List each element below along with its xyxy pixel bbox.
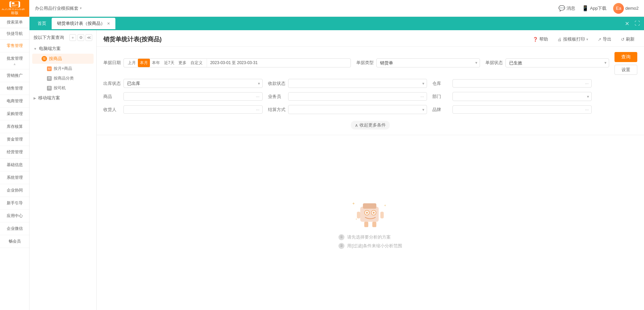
top-header: 办公用品行业模拟账套 ▾ 💬 消息 📱 App下载 Ea demo2	[30, 0, 644, 17]
svg-point-9	[373, 212, 375, 214]
sidebar-item-sales[interactable]: 销售管理	[0, 82, 29, 95]
sidebar-item-enterprise[interactable]: 企业协同	[0, 184, 29, 197]
sub-driver-icon: 图	[47, 86, 52, 91]
warehouse-label: 仓库	[432, 81, 450, 87]
sidebar-item-wechat[interactable]: 企业微信	[0, 222, 29, 235]
tab-close-all-icon[interactable]: ✕	[624, 19, 631, 28]
page-header: 销货单统计表(按商品) ❓ 帮助 🖨 按模板打印 ▾ ↗ 导出	[97, 30, 644, 47]
settings-scheme-icon[interactable]: ⚙	[77, 34, 84, 41]
hint-text-2: 用[过滤]条件来缩小分析范围	[347, 243, 402, 249]
settings-btn[interactable]: 设置	[614, 65, 637, 75]
date-tab-custom[interactable]: 自定义	[189, 59, 205, 67]
brand-ellipsis[interactable]: ···	[585, 107, 589, 112]
user-profile[interactable]: Ea demo2	[613, 3, 639, 14]
export-btn[interactable]: ↗ 导出	[595, 35, 614, 44]
refresh-icon: ↺	[621, 37, 625, 42]
date-tab-more[interactable]: 更多	[176, 59, 189, 67]
sub-month-label: 按月+商品	[54, 66, 72, 71]
tab-sales-stats[interactable]: 销货单统计表（按商品） ✕	[52, 18, 115, 29]
workspace-selector[interactable]: 办公用品行业模拟账套 ▾	[35, 5, 82, 11]
date-tab-this-year[interactable]: 本年	[150, 59, 162, 67]
sidebar-item-ecommerce[interactable]: 电商管理	[0, 95, 29, 108]
filter-row-1: 单据日期 上月 本月 本年 近7天 更多 自定义 2023-03-01 至 20…	[103, 51, 637, 75]
sidebar-item-system[interactable]: 系统管理	[0, 171, 29, 184]
sidebar-item-procurement[interactable]: 采购管理	[0, 108, 29, 120]
sidebar-item-retail[interactable]: 零售管理	[0, 40, 29, 52]
app-download-label: App下载	[590, 5, 606, 11]
filter-department-item: 部门	[432, 92, 592, 101]
sidebar-item-finance[interactable]: 资金管理	[0, 133, 29, 146]
recipient-label: 收货人	[103, 107, 121, 113]
sidebar-item-wholesale[interactable]: 批发管理 ▲	[0, 52, 29, 69]
doc-status-select[interactable]: 已生效	[505, 58, 609, 67]
search-menu[interactable]: 搜索菜单	[0, 17, 29, 28]
department-select[interactable]	[452, 92, 592, 101]
wechat-label: 企业微信	[7, 226, 23, 231]
filter-panel-left: 按以下方案查询 ＋ ⚙ ≪ ▼ 电脑端方案 按 按商品 M 按月	[30, 30, 97, 310]
svg-rect-12	[364, 222, 368, 227]
warehouse-ellipsis[interactable]: ···	[585, 81, 589, 86]
tab-home[interactable]: 首页	[32, 18, 52, 29]
salesperson-ellipsis[interactable]: ···	[421, 94, 424, 99]
help-btn[interactable]: ❓ 帮助	[530, 35, 551, 44]
stock-status-label: 出库状态	[103, 81, 121, 87]
stock-status-select[interactable]: 已出库	[123, 79, 263, 88]
app-download-btn[interactable]: 📱 App下载	[582, 5, 606, 11]
recipient-ellipsis[interactable]: ···	[256, 107, 260, 112]
expand-icon: ▲	[13, 62, 16, 66]
quicknav[interactable]: 快捷导航	[0, 28, 29, 40]
query-btn[interactable]: 查询	[614, 52, 637, 62]
sidebar-item-newbie[interactable]: 新手引导	[0, 197, 29, 210]
sidebar-item-apps[interactable]: 应用中心	[0, 210, 29, 222]
hint-text-1: 请先选择要分析的方案	[347, 234, 391, 240]
tab-maximize-icon[interactable]: ⛶	[633, 19, 641, 28]
messages-btn[interactable]: 💬 消息	[558, 5, 575, 11]
content-area: 按以下方案查询 ＋ ⚙ ≪ ▼ 电脑端方案 按 按商品 M 按月	[30, 30, 644, 310]
filter-doc-status-item: 单据状态 已生效	[485, 58, 609, 67]
print-btn[interactable]: 🖨 按模板打印 ▾	[555, 35, 591, 44]
empty-illustration: ✦ ✦ ✦	[350, 197, 390, 230]
sidebar-item-operations[interactable]: 经营管理	[0, 146, 29, 159]
doc-type-select[interactable]: 销货单	[376, 58, 480, 67]
scheme-parent-desktop[interactable]: ▼ 电脑端方案	[32, 44, 94, 54]
scheme-sub-by-month[interactable]: M 按月+商品	[32, 64, 94, 73]
sales-label: 销售管理	[7, 86, 23, 91]
inventory-label: 库存核算	[7, 124, 23, 130]
settlement-label: 结算方式	[268, 107, 285, 113]
date-tabs: 上月 本月 本年 近7天 更多 自定义	[124, 59, 207, 67]
tab-close-icon[interactable]: ✕	[107, 21, 110, 26]
newbie-label: 新手引导	[7, 200, 23, 206]
scheme-sub-by-category[interactable]: 图 按商品分类	[32, 73, 94, 83]
empty-hint-2: ② 用[过滤]条件来缩小分析范围	[338, 243, 402, 249]
sidebar-item-basics[interactable]: 基础信息	[0, 159, 29, 171]
collapse-panel-icon[interactable]: ≪	[86, 34, 92, 41]
sidebar-item-inventory[interactable]: 库存核算	[0, 120, 29, 133]
app-logo: 办公用品行业模拟账套 标版	[0, 0, 29, 17]
export-icon: ↗	[598, 37, 601, 42]
refresh-btn[interactable]: ↺ 刷新	[618, 35, 637, 44]
membership-label: 畅会员	[9, 239, 21, 244]
apps-label: 应用中心	[7, 213, 23, 219]
settlement-select[interactable]	[288, 105, 427, 114]
collapse-btn[interactable]: ∧ 收起更多条件	[351, 121, 390, 130]
date-tab-this-month[interactable]: 本月	[138, 59, 150, 67]
payment-status-select[interactable]	[288, 79, 427, 88]
scheme-child-by-goods[interactable]: 按 按商品	[32, 54, 94, 64]
print-dropdown-icon: ▾	[586, 37, 588, 42]
sidebar-item-membership[interactable]: 畅会员	[0, 235, 29, 248]
goods-ellipsis[interactable]: ···	[256, 94, 260, 99]
filter-row-2: 出库状态 已出库 收款状态	[103, 79, 637, 88]
date-tab-7days[interactable]: 近7天	[162, 59, 176, 67]
filter-recipient-item: 收货人 ···	[103, 105, 263, 114]
scheme-sub-by-driver[interactable]: 图 按司机	[32, 83, 94, 93]
app-tagline: 标版	[11, 10, 18, 15]
date-tab-last-month[interactable]: 上月	[126, 59, 138, 67]
avatar: Ea	[613, 3, 624, 14]
empty-state: ✦ ✦ ✦ ① 请先选择要分析的方案 ② 用[过滤]条件来缩小分析范围	[97, 135, 644, 310]
help-icon: ❓	[533, 37, 538, 42]
svg-text:✦: ✦	[352, 201, 355, 206]
scheme-parent-mobile[interactable]: ▶ 移动端方案	[32, 93, 94, 103]
add-scheme-icon[interactable]: ＋	[69, 34, 76, 41]
filter-doc-type-item: 单据类型 销货单	[356, 58, 480, 67]
sidebar-item-marketing[interactable]: 营销推广	[0, 69, 29, 82]
